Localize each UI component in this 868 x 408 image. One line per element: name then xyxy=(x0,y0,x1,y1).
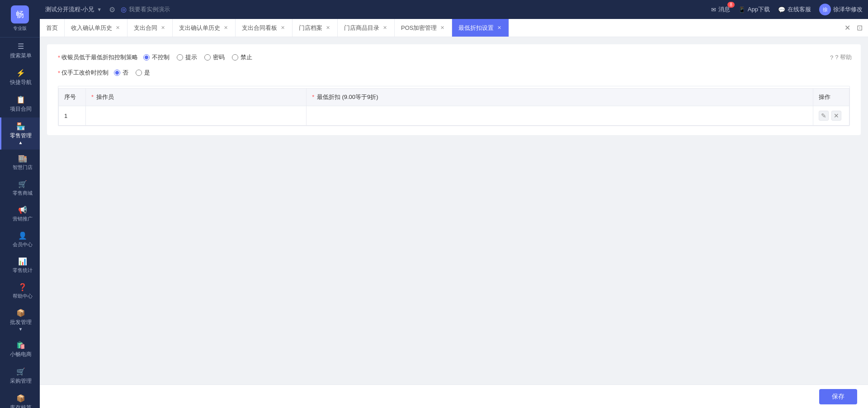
tab-close-button[interactable]: ✕ xyxy=(843,23,852,33)
radio-no-control[interactable]: 不控制 xyxy=(143,53,170,61)
topbar-app-download[interactable]: 📱 App下载 xyxy=(738,5,770,14)
tab-pos-manage[interactable]: POS加密管理 ✕ xyxy=(395,19,452,37)
topbar-settings-icon[interactable]: ⚙ xyxy=(109,5,115,14)
radio-no-input[interactable] xyxy=(114,70,120,76)
topbar: 测试分开流程-小兄 ▼ ⚙ ◎ 我要看实例演示 ✉ 消息 8 📱 App下载 💬… xyxy=(40,0,868,19)
tab-payment-contract[interactable]: 支出合同 ✕ xyxy=(127,19,173,37)
radio-ban[interactable]: 禁止 xyxy=(232,53,252,61)
radio-hint-input[interactable] xyxy=(177,54,183,61)
radio-password-input[interactable] xyxy=(204,54,211,61)
tab-store-file[interactable]: 门店档案 ✕ xyxy=(292,19,338,37)
marketing-icon: 📢 xyxy=(18,206,27,214)
delete-row-button[interactable]: ✕ xyxy=(831,111,841,121)
manual-price-radio-group: 否 是 xyxy=(114,69,150,77)
edit-row-button[interactable]: ✎ xyxy=(819,111,829,121)
cell-operator xyxy=(86,106,307,126)
sidebar-item-retail-stat[interactable]: 📊 零售统计 xyxy=(0,253,40,278)
topbar-user[interactable]: 徐 徐泽华修改 xyxy=(819,4,863,15)
wholesale-arrow-icon: ▼ xyxy=(19,327,23,332)
member-icon: 👤 xyxy=(18,231,27,240)
topbar-demo[interactable]: ◎ 我要看实例演示 xyxy=(121,5,170,14)
purchase-icon: 🛒 xyxy=(16,367,25,376)
tab-store-product[interactable]: 门店商品目录 ✕ xyxy=(338,19,395,37)
col-min-discount: * 最低折扣 (9.00等于9折) xyxy=(307,89,813,106)
tab-payment-contract-close[interactable]: ✕ xyxy=(160,24,166,31)
ecommerce-icon: 🛍️ xyxy=(16,341,25,349)
sidebar-item-label: 智慧门店 xyxy=(13,164,33,171)
tab-expand-button[interactable]: ⊡ xyxy=(855,23,864,33)
sidebar-item-smart-store[interactable]: 🏬 智慧门店 xyxy=(0,150,40,175)
retail-stat-icon: 📊 xyxy=(18,257,27,266)
radio-ban-input[interactable] xyxy=(232,54,238,61)
tab-pos-manage-label: POS加密管理 xyxy=(401,24,437,32)
smart-store-icon: 🏬 xyxy=(18,154,27,163)
tab-store-product-close[interactable]: ✕ xyxy=(382,24,388,31)
customer-service-label: 在线客服 xyxy=(788,5,811,14)
topbar-msg-item[interactable]: ✉ 消息 8 xyxy=(711,5,730,14)
sidebar-item-label: 营销推广 xyxy=(13,216,33,222)
radio-password[interactable]: 密码 xyxy=(204,53,225,61)
user-name: 徐泽华修改 xyxy=(833,5,863,14)
sidebar-item-purchase[interactable]: 🛒 采购管理 xyxy=(0,363,40,389)
radio-hint[interactable]: 提示 xyxy=(177,53,197,61)
tab-payment-view-label: 支出合同看板 xyxy=(242,24,277,32)
sidebar-item-wholesale[interactable]: 📦 批发管理 ▼ xyxy=(0,304,40,336)
sidebar-item-label: 搜索菜单 xyxy=(10,52,32,60)
tab-income-confirm-close[interactable]: ✕ xyxy=(115,24,121,31)
tab-payment-view-close[interactable]: ✕ xyxy=(280,24,286,31)
tab-store-file-close[interactable]: ✕ xyxy=(325,24,331,31)
tab-store-file-label: 门店档案 xyxy=(299,24,322,32)
tab-min-discount[interactable]: 最低折扣设置 ✕ xyxy=(452,19,509,37)
form-section: * 收银员低于最低折扣控制策略 不控制 提示 xyxy=(58,53,850,77)
radio-no[interactable]: 否 xyxy=(114,69,128,77)
logo-text: 专业版 xyxy=(13,25,27,32)
sidebar-item-member[interactable]: 👤 会员中心 xyxy=(0,227,40,253)
sidebar-item-label: 批发管理 xyxy=(10,319,32,326)
main-area: 测试分开流程-小兄 ▼ ⚙ ◎ 我要看实例演示 ✉ 消息 8 📱 App下载 💬… xyxy=(40,0,868,408)
sidebar-item-retail[interactable]: 🏪 零售管理 ▲ xyxy=(0,117,40,150)
save-button[interactable]: 保存 xyxy=(819,389,857,404)
sidebar-item-ecommerce[interactable]: 🛍️ 小畅电商 xyxy=(0,336,40,363)
search-menu-icon: ☰ xyxy=(18,42,24,51)
app-download-label: App下载 xyxy=(748,5,770,14)
sidebar-item-marketing[interactable]: 📢 营销推广 xyxy=(0,201,40,227)
wholesale-icon: 📦 xyxy=(16,309,25,317)
tab-payment-view[interactable]: 支出合同看板 ✕ xyxy=(236,19,292,37)
topbar-customer-service[interactable]: 💬 在线客服 xyxy=(778,5,811,14)
sidebar-item-label: 采购管理 xyxy=(10,377,32,385)
tab-home[interactable]: 首页 xyxy=(40,19,65,37)
sidebar-item-project[interactable]: 📋 项目合同 xyxy=(0,91,40,117)
radio-ban-label: 禁止 xyxy=(241,53,252,61)
tab-pos-manage-close[interactable]: ✕ xyxy=(439,24,445,31)
tab-min-discount-close[interactable]: ✕ xyxy=(496,24,502,31)
sidebar-item-help[interactable]: ❓ 帮助中心 xyxy=(0,278,40,304)
topbar-project[interactable]: 测试分开流程-小兄 ▼ xyxy=(45,5,102,14)
retail-icon: 🏪 xyxy=(16,122,25,131)
tab-payment-confirm-close[interactable]: ✕ xyxy=(223,24,229,31)
sidebar-item-quick-nav[interactable]: ⚡ 快捷导航 xyxy=(0,64,40,91)
radio-no-label: 否 xyxy=(123,69,128,77)
tab-income-confirm[interactable]: 收入确认单历史 ✕ xyxy=(65,19,127,37)
discount-strategy-label: * 收银员低于最低折扣控制策略 xyxy=(58,53,138,61)
radio-yes[interactable]: 是 xyxy=(136,69,150,77)
customer-service-icon: 💬 xyxy=(778,6,785,13)
help-button-label: ? 帮助 xyxy=(835,53,852,61)
radio-no-control-input[interactable] xyxy=(143,54,150,61)
sidebar-item-label: 库存核算 xyxy=(10,404,32,408)
sidebar-item-retail-mall[interactable]: 🛒 零售商城 xyxy=(0,175,40,201)
radio-yes-input[interactable] xyxy=(136,70,142,76)
sidebar-item-label: 零售商城 xyxy=(13,190,33,197)
sidebar-item-label: 快捷导航 xyxy=(10,79,32,86)
retail-arrow-icon: ▲ xyxy=(19,140,23,145)
form-row-manual-price: * 仅手工改价时控制 否 是 xyxy=(58,69,850,77)
tab-payment-confirm[interactable]: 支出确认单历史 ✕ xyxy=(173,19,236,37)
topbar-right: ✉ 消息 8 📱 App下载 💬 在线客服 徐 徐泽华修改 xyxy=(711,4,863,15)
content-area: ? ? 帮助 * 收银员低于最低折扣控制策略 不控制 xyxy=(40,37,868,408)
sidebar-item-inventory[interactable]: 📦 库存核算 xyxy=(0,389,40,408)
help-button[interactable]: ? ? 帮助 xyxy=(830,53,852,61)
radio-hint-label: 提示 xyxy=(185,53,197,61)
tab-min-discount-label: 最低折扣设置 xyxy=(458,24,494,32)
radio-yes-label: 是 xyxy=(144,69,150,77)
sidebar-item-search[interactable]: ☰ 搜索菜单 xyxy=(0,38,40,64)
col-actions: 操作 xyxy=(813,89,849,106)
